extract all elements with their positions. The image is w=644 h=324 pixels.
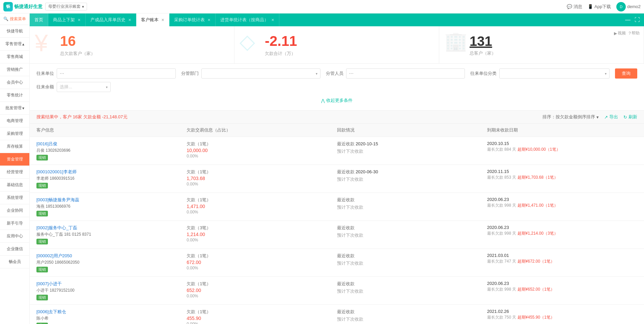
sidebar-item-retail-stats[interactable]: 零售统计: [0, 89, 29, 102]
next-collect: 预计下次收款: [337, 148, 487, 154]
app-download-label: App下载: [594, 4, 611, 10]
sidebar-item-purchase-mgmt[interactable]: 采购管理: [0, 127, 29, 140]
refresh-label: 刷新: [628, 114, 637, 120]
tab-inventory[interactable]: 进货单统计表（按商品） ✕: [216, 13, 279, 26]
customer-tag: 现销: [36, 183, 48, 188]
customer-name-link[interactable]: [000002]用户2050: [36, 253, 72, 258]
debt-info-cell: 欠款（1笔） 652.00 0.00%: [187, 281, 337, 300]
result-bar: 搜索结果中，客户 16家 欠款金额 -21,148.07元 排序：按欠款金额倒序…: [30, 111, 644, 124]
overdue-link[interactable]: 超期¥672.00（1笔）: [517, 259, 555, 264]
sidebar-item-new-guide[interactable]: 新手引导: [0, 217, 29, 230]
customer-name-link[interactable]: [0007]小进干: [36, 281, 62, 286]
overdue-link[interactable]: 超期¥1,214.00（3笔）: [517, 231, 558, 236]
filter-row-1: 往来单位 ··· 分管部门 ▾: [36, 68, 637, 79]
sidebar-item-quick-nav[interactable]: 快捷导航: [0, 25, 29, 38]
tab-purchase-close[interactable]: ✕: [207, 18, 211, 22]
tab-inventory-close[interactable]: ✕: [271, 18, 274, 22]
sidebar-item-retail-store[interactable]: 零售商城: [0, 51, 29, 63]
customer-name-link[interactable]: [0003]畅捷服务尹海蕊: [36, 197, 79, 202]
customer-name-link[interactable]: [0016]吕俊: [36, 141, 57, 146]
sidebar-item-marketing[interactable]: 营销推广: [0, 63, 29, 76]
refresh-button[interactable]: ↻ 刷新: [623, 114, 637, 120]
sort-selector[interactable]: 排序：按欠款金额倒序排序 ▾: [542, 114, 599, 120]
stat-number-area-total: 131 总客户（家）: [470, 34, 496, 56]
overdue-link[interactable]: 超期¥1,471.00（1笔）: [517, 203, 558, 208]
unit-category-select[interactable]: ▾: [499, 68, 610, 79]
debt-label: 欠款（1笔）: [187, 253, 337, 259]
arrow-icon: ▾: [22, 106, 24, 111]
stat-help: ▶ 视频 ? 帮助: [614, 30, 640, 36]
video-help-button[interactable]: ▶ 视频: [614, 30, 626, 36]
overdue-link[interactable]: 超期¥652.00（1笔）: [517, 287, 555, 292]
customer-tag: 现销: [36, 323, 48, 324]
due-date-cell: 2020.11.15 最长欠款 853 天 超期¥1,703.68（1笔）: [487, 169, 637, 188]
tab-minimize-button[interactable]: —: [624, 16, 632, 24]
last-collect: 最近收款: [337, 253, 487, 259]
chevron-down-icon: ▾: [316, 72, 317, 76]
customer-info-cell: [0003]畅捷服务尹海蕊 海燕 18513066976 现销: [36, 197, 187, 216]
tab-inventory-label: 进货单统计表（按商品）: [220, 17, 269, 23]
result-debt-prefix: 欠款金额: [83, 114, 101, 119]
company-selector[interactable]: 母婴行业演示账套 ▾: [45, 3, 87, 10]
customer-name-link[interactable]: [0001020001]李老师: [36, 169, 77, 174]
stat-number-area-debt: 16 总欠款客户（家）: [60, 33, 95, 57]
tab-customer[interactable]: 客户账本 ✕: [136, 13, 169, 26]
collection-cell: 最近收款 预计下次收款: [337, 281, 487, 300]
debt-info-cell: 欠款（3笔） 1,214.00 0.00%: [187, 225, 337, 244]
help-button[interactable]: ? 帮助: [628, 30, 640, 36]
sidebar-item-member-vip[interactable]: 畅会员: [0, 256, 29, 268]
sidebar-item-ops-mgmt[interactable]: 经营管理: [0, 166, 29, 179]
sidebar-item-inventory-check[interactable]: 库存核算: [0, 140, 29, 153]
table-header: 客户信息 欠款交易信息（占比） 回款情况 到期未收款日期: [30, 124, 644, 137]
user-avatar-area[interactable]: D demo2: [616, 2, 641, 11]
yuan-icon: ¥: [35, 30, 48, 57]
sidebar-item-basic-info[interactable]: 基础信息: [0, 179, 29, 192]
app-download-button[interactable]: 📱 App下载: [588, 4, 611, 10]
from-unit-input[interactable]: ···: [57, 68, 176, 79]
content-area: 首页 商品上下架 ✕ 产成品入库单历史 ✕ 客户账本 ✕ 采购订单统计表 ✕: [30, 13, 644, 324]
sidebar-item-retail-mgmt[interactable]: 零售管理 ▴: [0, 38, 29, 51]
sidebar-item-sys-mgmt[interactable]: 系统管理: [0, 192, 29, 204]
stat-number-area-amount: -2.11 欠款合计（万）: [265, 33, 297, 57]
person-input[interactable]: ···: [346, 68, 465, 79]
tab-purchase-label: 采购订单统计表: [174, 17, 205, 23]
sidebar-item-ecommerce[interactable]: 电商管理: [0, 115, 29, 127]
sidebar-item-batch-mgmt[interactable]: 批发管理 ▾: [0, 102, 29, 115]
tab-purchase[interactable]: 采购订单统计表 ✕: [169, 13, 216, 26]
sidebar-item-search[interactable]: 🔍 搜索菜单: [0, 13, 29, 25]
tab-warehouse[interactable]: 产成品入库单历史 ✕: [86, 13, 136, 26]
overdue-link[interactable]: 超期¥1,703.68（1笔）: [517, 175, 558, 180]
export-button[interactable]: ↗ 导出: [604, 114, 618, 120]
message-button[interactable]: 💬 消息: [567, 4, 582, 10]
collection-cell: 最近收款 预计下次收款: [337, 253, 487, 272]
sidebar-item-member[interactable]: 会员中心: [0, 76, 29, 89]
overdue-link[interactable]: 超期¥10,000.00（1笔）: [517, 147, 560, 152]
debt-info-cell: 欠款（1笔） 1,471.00 0.00%: [187, 197, 337, 216]
dept-select[interactable]: ▾: [201, 68, 320, 79]
customer-name-link[interactable]: [0006]去下粮仓: [36, 309, 66, 314]
top-bar-right: 💬 消息 📱 App下载 D demo2: [567, 2, 641, 11]
overdue-info: 最长欠款 998 天 超期¥1,471.00（1笔）: [487, 203, 637, 208]
tab-maximize-button[interactable]: ⛶: [633, 16, 641, 24]
table-row: [0016]吕俊 吕俊 13026203696 现销 欠款（1笔） 10,000…: [30, 137, 644, 165]
tab-warehouse-close[interactable]: ✕: [128, 18, 131, 22]
sidebar-item-finance[interactable]: 资金管理: [0, 153, 29, 166]
customer-phone: 小进干 18279152100: [36, 288, 187, 293]
person-dots: ···: [349, 70, 354, 77]
tab-home[interactable]: 首页: [30, 13, 48, 26]
query-button[interactable]: 查询: [615, 68, 637, 79]
sidebar-item-enterprise[interactable]: 企业协同: [0, 204, 29, 217]
sidebar-item-enterprise-wechat[interactable]: 企业微信: [0, 243, 29, 256]
tab-products-close[interactable]: ✕: [78, 18, 81, 22]
tab-products[interactable]: 商品上下架 ✕: [48, 13, 86, 26]
refresh-icon: ↻: [623, 115, 627, 120]
tab-customer-close[interactable]: ✕: [161, 18, 164, 22]
video-label: 视频: [618, 30, 626, 36]
balance-select[interactable]: 选择... ▾: [57, 82, 111, 92]
sidebar-item-app-center[interactable]: 应用中心: [0, 230, 29, 243]
company-name: 母婴行业演示账套: [48, 4, 81, 9]
collapse-button[interactable]: ⋀ 收起更多条件: [36, 95, 637, 106]
table-row: [0003]畅捷服务尹海蕊 海燕 18513066976 现销 欠款（1笔） 1…: [30, 193, 644, 221]
overdue-link[interactable]: 超期¥455.90（1笔）: [517, 315, 555, 320]
customer-name-link[interactable]: [0002]服务中心_丁磊: [36, 225, 77, 230]
